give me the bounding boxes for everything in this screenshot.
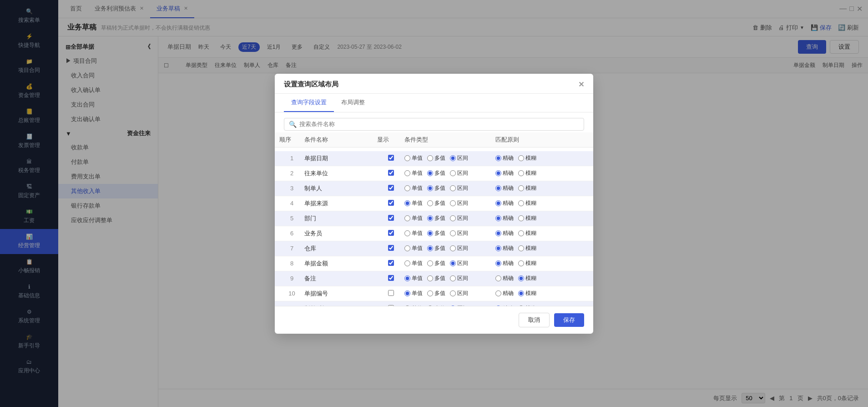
radio-fuzzy[interactable]: 模糊 [518,154,536,162]
cell-show[interactable] [377,260,404,267]
radio-precise[interactable]: 精确 [495,259,514,267]
cell-show[interactable] [377,155,404,162]
radio-fuzzy[interactable]: 模糊 [518,259,536,267]
radio-precise[interactable]: 精确 [495,154,514,162]
match-radio-fuzzy[interactable] [518,260,524,266]
type-radio-multi[interactable] [427,185,433,191]
radio-multi[interactable]: 多值 [427,154,445,162]
radio-multi[interactable]: 多值 [427,275,445,282]
cell-show[interactable] [377,170,404,177]
radio-range[interactable]: 区间 [450,275,468,282]
show-checkbox[interactable] [388,185,394,191]
type-radio-range[interactable] [450,170,456,176]
radio-multi[interactable]: 多值 [427,214,445,222]
show-checkbox[interactable] [388,260,394,266]
type-radio-single[interactable] [404,245,410,251]
type-radio-range[interactable] [450,155,456,161]
match-radio-fuzzy[interactable] [518,230,524,236]
radio-precise[interactable]: 精确 [495,214,514,222]
type-radio-single[interactable] [404,185,410,191]
modal-close-button[interactable]: ✕ [578,80,584,89]
radio-single[interactable]: 单值 [404,184,423,192]
type-radio-multi[interactable] [427,170,433,176]
type-radio-range[interactable] [450,245,456,251]
type-radio-single[interactable] [404,260,410,266]
radio-fuzzy[interactable]: 模糊 [518,244,536,252]
match-radio-precise[interactable] [495,275,501,281]
cell-show[interactable] [377,290,404,297]
cell-show[interactable] [377,200,404,207]
radio-single[interactable]: 单值 [404,229,423,237]
radio-precise[interactable]: 精确 [495,244,514,252]
type-radio-single[interactable] [404,155,410,161]
radio-precise[interactable]: 精确 [495,199,514,207]
cell-show[interactable] [377,215,404,222]
radio-multi[interactable]: 多值 [427,290,445,297]
save-confirm-button[interactable]: 保存 [554,313,584,327]
radio-range[interactable]: 区间 [450,169,468,177]
radio-fuzzy[interactable]: 模糊 [518,214,536,222]
radio-precise[interactable]: 精确 [495,169,514,177]
type-radio-multi[interactable] [427,155,433,161]
type-radio-multi[interactable] [427,245,433,251]
type-radio-range[interactable] [450,200,456,206]
radio-fuzzy[interactable]: 模糊 [518,169,536,177]
type-radio-single[interactable] [404,215,410,221]
match-radio-precise[interactable] [495,230,501,236]
type-radio-multi[interactable] [427,260,433,266]
match-radio-precise[interactable] [495,245,501,251]
radio-range[interactable]: 区间 [450,229,468,237]
radio-range[interactable]: 区间 [450,154,468,162]
radio-precise[interactable]: 精确 [495,275,514,282]
radio-single[interactable]: 单值 [404,169,423,177]
radio-fuzzy[interactable]: 模糊 [518,229,536,237]
type-radio-multi[interactable] [427,230,433,236]
radio-multi[interactable]: 多值 [427,244,445,252]
radio-precise[interactable]: 精确 [495,290,514,297]
radio-single[interactable]: 单值 [404,214,423,222]
type-radio-single[interactable] [404,170,410,176]
radio-single[interactable]: 单值 [404,259,423,267]
show-checkbox[interactable] [388,230,394,236]
radio-fuzzy[interactable]: 模糊 [518,199,536,207]
modal-tab-field[interactable]: 查询字段设置 [284,94,334,112]
type-radio-multi[interactable] [427,275,433,281]
radio-single[interactable]: 单值 [404,244,423,252]
match-radio-fuzzy[interactable] [518,245,524,251]
match-radio-precise[interactable] [495,170,501,176]
radio-multi[interactable]: 多值 [427,229,445,237]
cancel-button[interactable]: 取消 [519,313,550,327]
match-radio-fuzzy[interactable] [518,275,524,281]
match-radio-precise[interactable] [495,155,501,161]
show-checkbox[interactable] [388,275,394,281]
radio-range[interactable]: 区间 [450,290,468,297]
type-radio-range[interactable] [450,275,456,281]
cell-show[interactable] [377,245,404,252]
radio-single[interactable]: 单值 [404,275,423,282]
radio-fuzzy[interactable]: 模糊 [518,184,536,192]
radio-fuzzy[interactable]: 模糊 [518,275,536,282]
radio-range[interactable]: 区间 [450,259,468,267]
radio-range[interactable]: 区间 [450,214,468,222]
type-radio-range[interactable] [450,260,456,266]
radio-range[interactable]: 区间 [450,199,468,207]
match-radio-fuzzy[interactable] [518,185,524,191]
radio-multi[interactable]: 多值 [427,184,445,192]
type-radio-multi[interactable] [427,290,433,296]
cell-show[interactable] [377,185,404,192]
type-radio-multi[interactable] [427,200,433,206]
match-radio-fuzzy[interactable] [518,200,524,206]
radio-precise[interactable]: 精确 [495,229,514,237]
cell-show[interactable] [377,230,404,237]
modal-tab-layout[interactable]: 布局调整 [334,94,372,112]
type-radio-single[interactable] [404,200,410,206]
radio-fuzzy[interactable]: 模糊 [518,290,536,297]
type-radio-single[interactable] [404,275,410,281]
match-radio-fuzzy[interactable] [518,155,524,161]
radio-single[interactable]: 单值 [404,199,423,207]
radio-multi[interactable]: 多值 [427,259,445,267]
radio-multi[interactable]: 多值 [427,169,445,177]
radio-multi[interactable]: 多值 [427,199,445,207]
radio-range[interactable]: 区间 [450,184,468,192]
show-checkbox[interactable] [388,215,394,221]
